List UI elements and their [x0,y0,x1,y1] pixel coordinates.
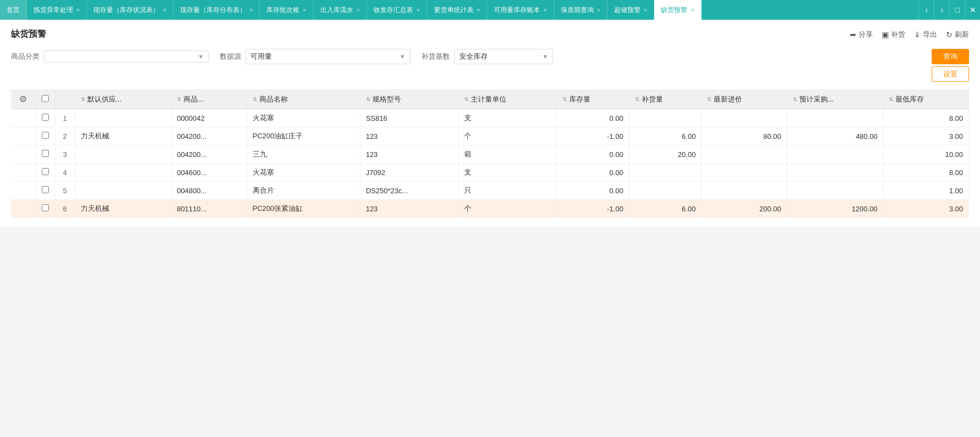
row-unit-cell: 只 [458,182,556,200]
header-actions: ➦ 分享 ▣ 补货 ⇓ 导出 ↻ 刷新 [850,30,969,40]
table-row: 6力天机械801110...PC200张紧油缸123个-1.006.00200.… [11,200,969,218]
tab-close-receive-send[interactable]: × [416,7,420,13]
min-stock-sort-icon[interactable]: ⇅ [889,96,893,102]
tab-available-ledger[interactable]: 可用量库存账本 × [487,0,554,20]
select-all-checkbox[interactable] [42,95,49,102]
supplier-sort-icon[interactable]: ⇅ [81,96,85,102]
row-supplier-cell: 力天机械 [75,200,171,218]
item-name-column-header: ⇅ 商品名称 [247,89,360,109]
row-checkbox[interactable] [42,132,49,139]
category-select[interactable]: ▼ [44,51,209,63]
table-row: 2力天机械004200...PC200油缸庄子123个-1.006.0080.0… [11,127,969,145]
tab-stock-dist[interactable]: 现存量（库存分布表） × [174,0,260,20]
row-settings-cell [11,127,35,145]
tab-close-stock-dist[interactable]: × [249,7,253,13]
item-code-sort-icon[interactable]: ⇅ [177,96,181,102]
stock-qty-sort-icon[interactable]: ⇅ [563,96,567,102]
row-checkbox[interactable] [42,186,49,193]
row-est-purchase-cell [787,182,883,200]
export-button[interactable]: ⇓ 导出 [914,30,937,40]
tab-close-inout-flow[interactable]: × [357,7,360,13]
tab-expiry-query[interactable]: 保质期查询 × [554,0,608,20]
tab-close-abnormal[interactable]: × [76,7,80,13]
tab-shortage[interactable]: 缺货预警 × [654,0,701,20]
latest-price-sort-icon[interactable]: ⇅ [707,96,711,102]
row-replenish-qty-cell: 20.00 [629,145,701,164]
query-button[interactable]: 查询 [932,49,969,64]
refresh-icon: ↻ [946,30,953,39]
data-table: ⚙ ⇅ 默认供应... ⇅ 商品... [11,89,969,218]
row-item-code-cell: 004200... [171,145,247,164]
row-seq-cell: 4 [55,164,75,182]
min-stock-column-header: ⇅ 最低库存 [883,89,969,109]
spec-sort-icon[interactable]: ⇅ [366,96,370,102]
tab-nav-next[interactable]: › [934,0,949,20]
share-button[interactable]: ➦ 分享 [850,30,873,40]
row-spec-cell: 123 [360,200,458,218]
datasource-chevron-icon: ▼ [399,53,405,60]
replenish-icon: ▣ [882,30,889,39]
row-checkbox-cell [35,127,55,145]
row-est-purchase-cell [787,145,883,164]
seq-column-header [55,89,75,109]
tab-stock-status[interactable]: 现存量（库存状况表） × [87,0,173,20]
datasource-select[interactable]: 可用量 ▼ [246,49,410,64]
tab-overstock[interactable]: 超储预警 × [608,0,654,20]
row-replenish-qty-cell: 6.00 [629,200,701,218]
datasource-filter-group: 数据源 可用量 ▼ [220,49,410,64]
row-spec-cell: DS250*23c... [360,182,458,200]
replenish-qty-column-header: ⇅ 补货量 [629,89,701,109]
row-checkbox[interactable] [42,204,49,211]
tab-home[interactable]: 首页 [0,0,27,20]
row-item-code-cell: 801110... [171,200,247,218]
row-seq-cell: 3 [55,145,75,164]
tab-close-shortage[interactable]: × [691,7,694,13]
tab-batch-account[interactable]: 库存批次账 × [260,0,313,20]
row-supplier-cell [75,109,171,127]
row-stock-qty-cell: -1.00 [556,200,629,218]
tab-receive-send[interactable]: 收发存汇总表 × [367,0,427,20]
tab-close-stock-status[interactable]: × [163,7,166,13]
tab-close-batch-account[interactable]: × [303,7,306,13]
unit-sort-icon[interactable]: ⇅ [464,96,469,102]
settings-button[interactable]: 设置 [932,66,969,82]
row-latest-price-cell [701,164,787,182]
tab-restore[interactable]: □ [949,0,965,20]
tab-inout-flow[interactable]: 出入库流水 × [314,0,367,20]
table-header-row: ⚙ ⇅ 默认供应... ⇅ 商品... [11,89,969,109]
item-name-sort-icon[interactable]: ⇅ [253,96,257,102]
tab-close-all[interactable]: ✕ [965,0,980,20]
row-checkbox[interactable] [42,114,49,121]
item-code-column-header: ⇅ 商品... [171,89,247,109]
replenish-basis-filter-group: 补货基数 安全库存 ▼ [421,49,553,64]
tab-abnormal[interactable]: 拣货异常处理 × [27,0,87,20]
row-spec-cell: 123 [360,145,458,164]
refresh-button[interactable]: ↻ 刷新 [946,30,969,40]
row-seq-cell: 6 [55,200,75,218]
row-stock-qty-cell: 0.00 [556,164,629,182]
tab-close-overstock[interactable]: × [644,7,647,13]
tab-nav-prev[interactable]: ‹ [918,0,934,20]
tab-close-order-stats[interactable]: × [477,7,480,13]
row-stock-qty-cell: -1.00 [556,127,629,145]
row-checkbox[interactable] [42,150,49,157]
row-spec-cell: SS816 [360,109,458,127]
replenish-basis-select[interactable]: 安全库存 ▼ [454,49,553,64]
tab-close-available-ledger[interactable]: × [543,7,547,13]
row-min-stock-cell: 3.00 [883,127,969,145]
row-checkbox-cell [35,164,55,182]
table-row: 3004200...三九123箱0.0020.0010.00 [11,145,969,164]
row-item-code-cell: 004200... [171,127,247,145]
est-purchase-sort-icon[interactable]: ⇅ [793,96,797,102]
row-checkbox[interactable] [42,168,49,175]
replenish-button[interactable]: ▣ 补货 [882,30,905,40]
tab-close-expiry-query[interactable]: × [597,7,600,13]
filter-actions: 查询 设置 [932,49,969,82]
row-est-purchase-cell [787,164,883,182]
settings-column-header: ⚙ [11,89,35,109]
table-body: 10000042火花塞SS816支0.008.002力天机械004200...P… [11,109,969,218]
gear-icon[interactable]: ⚙ [19,94,27,104]
tab-order-stats[interactable]: 要货单统计表 × [427,0,487,20]
replenish-qty-sort-icon[interactable]: ⇅ [635,96,639,102]
row-min-stock-cell: 1.00 [883,182,969,200]
